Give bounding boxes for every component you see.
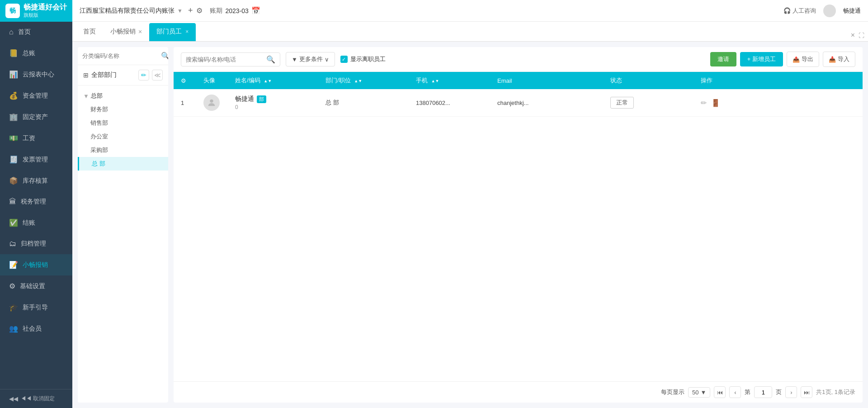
reports-icon: 📊 [9,70,18,79]
employee-search-input[interactable] [186,56,264,63]
pin-button[interactable]: ◀◀ ◀◀ 取消固定 [0,389,72,408]
export-label: 导出 [802,55,813,63]
dept-add-icon: ✏ [141,71,146,79]
col-actions: 操作 [693,72,863,89]
sidebar-item-settings[interactable]: ⚙ 基础设置 [0,275,72,297]
top-header: 畅 畅捷通好会计 旗舰版 江西服宝精品有限责任公司内账张 ▼ + ⚙ 账期 20… [0,0,868,22]
sidebar-item-ledger[interactable]: 📒 总账 [0,43,72,64]
dept-search-icon[interactable]: 🔍 [161,52,168,60]
invite-button[interactable]: 邀请 [710,52,736,66]
show-resigned-toggle[interactable]: ✓ 显示离职员工 [340,55,386,63]
per-page-value: 50 [692,389,698,396]
sidebar-item-member[interactable]: 👥 社会员 [0,318,72,339]
sidebar-item-home[interactable]: ⌂ 首页 [0,22,72,43]
col-status: 状态 [603,72,693,89]
table-header-row: ⚙ 头像 姓名/编码 ▲▼ 部门/职位 [174,72,863,89]
page-prev-button[interactable]: ‹ [729,386,741,398]
archive-icon: 🗂 [9,240,16,248]
sidebar-item-salary[interactable]: 💵 工资 [0,128,72,149]
dept-node-finance[interactable]: 财务部 [78,103,168,116]
sidebar-item-invoice[interactable]: 🧾 发票管理 [0,149,72,170]
dept-node-purchase[interactable]: 采购部 [78,143,168,157]
dept-node-hq-dept[interactable]: 总 部 [78,157,168,171]
sidebar-label-inventory: 库存核算 [23,177,48,185]
more-filter-button[interactable]: ▼ 更多条件 ∨ [286,52,335,66]
filter-label: 更多条件 [299,55,323,63]
sort-phone-icon: ▲▼ [431,79,439,83]
sidebar-item-expense[interactable]: 📝 小畅报销 [0,254,72,275]
sidebar-item-close[interactable]: ✅ 结账 [0,212,72,233]
grid-icon: ⊞ [83,71,89,79]
page-next-button[interactable]: › [785,386,797,398]
add-employee-button[interactable]: + 新增员工 [740,52,783,66]
page-label: 第 [745,388,750,396]
tab-expense[interactable]: 小畅报销 × [103,23,149,41]
expand-tab-icon[interactable]: ⛶ [859,32,864,39]
export-icon: 📤 [793,56,800,63]
page-last-button[interactable]: ⏭ [801,386,812,398]
tab-home-label: 首页 [83,28,96,36]
dept-node-office[interactable]: 办公室 [78,130,168,143]
sort-dept-icon: ▲▼ [354,79,362,83]
col-name-code[interactable]: 姓名/编码 ▲▼ [228,72,318,89]
per-page-select[interactable]: 50 ▼ [688,387,710,398]
support-button[interactable]: 🎧 人工咨询 [783,7,816,15]
dept-collapse-button[interactable]: ≪ [152,70,163,81]
expense-icon: 📝 [9,261,18,269]
company-arrow-icon: ▼ [177,8,183,14]
col-email: Email [490,72,603,89]
tab-dept-close-icon[interactable]: × [185,28,189,35]
tab-expense-close-icon[interactable]: × [138,28,142,35]
settings-icon[interactable]: ⚙ [196,6,203,15]
calendar-icon[interactable]: 📅 [251,6,260,15]
sidebar-label-settings: 基础设置 [20,282,45,290]
pagination-bar: 每页显示 50 ▼ ⏮ ‹ 第 页 › ⏭ 共1页, 1条记录 [174,381,863,403]
logo-icon: 畅 [5,4,20,18]
sidebar-label-invoice: 发票管理 [23,156,48,164]
inventory-icon: 📦 [9,176,18,185]
dept-panel: 🔍 ⊞ 全部部门 ✏ ≪ [78,47,168,403]
cell-email: chanjethkj... [490,89,603,117]
import-button[interactable]: 📥 导入 [823,52,855,67]
sidebar-item-archive[interactable]: 🗂 归档管理 [0,233,72,254]
dept-search-input[interactable] [82,52,158,59]
edit-icon[interactable]: ✏ [701,99,707,107]
dept-node-sales[interactable]: 销售部 [78,116,168,130]
close-period-icon: ✅ [9,218,18,227]
user-name[interactable]: 畅捷通 [843,7,861,15]
all-dept-label: 全部部门 [91,71,117,79]
tab-home[interactable]: 首页 [76,23,103,41]
employee-search-icon[interactable]: 🔍 [266,55,275,64]
sidebar-label-tax: 税务管理 [21,198,46,206]
tab-bar-actions: × ⛶ [851,31,864,41]
dept-add-button[interactable]: ✏ [138,70,149,81]
export-button[interactable]: 📤 导出 [787,52,819,67]
col-dept-position[interactable]: 部门/职位 ▲▼ [318,72,409,89]
sidebar-item-assets[interactable]: 🏢 固定资产 [0,106,72,128]
sidebar-item-tax[interactable]: 🏛 税务管理 [0,191,72,212]
col-phone[interactable]: 手机 ▲▼ [409,72,490,89]
sidebar-item-inventory[interactable]: 📦 库存核算 [0,170,72,191]
employee-name: 畅捷通 [235,95,254,103]
close-tab-icon[interactable]: × [851,31,855,39]
sidebar-label-expense: 小畅报销 [23,261,48,269]
logout-icon[interactable]: 🚪 [711,99,720,107]
filter-icon: ▼ [292,56,297,63]
tab-dept-employee[interactable]: 部门员工 × [149,23,196,41]
add-tab-icon[interactable]: + [188,6,193,15]
employee-avatar [203,95,220,111]
company-selector[interactable]: 江西服宝精品有限责任公司内账张 ▼ [80,7,183,15]
tab-dept-label: 部门员工 [156,28,182,36]
sidebar-item-guide[interactable]: 🎓 新手引导 [0,297,72,318]
dept-node-parent-hq[interactable]: ▼ 总部 [78,89,168,103]
page-input[interactable] [754,386,772,398]
col-settings[interactable]: ⚙ [174,72,196,89]
dept-search-area: 🔍 [78,47,168,65]
employee-table-container: ⚙ 头像 姓名/编码 ▲▼ 部门/职位 [174,72,863,381]
logo-text-group: 畅捷通好会计 旗舰版 [24,3,67,18]
cell-actions: ✏ 🚪 [693,89,863,117]
sidebar-item-reports[interactable]: 📊 云报表中心 [0,64,72,85]
page-first-button[interactable]: ⏮ [714,386,726,398]
sidebar-item-funds[interactable]: 💰 资金管理 [0,85,72,106]
total-label: 共1页, 1条记录 [816,388,855,396]
